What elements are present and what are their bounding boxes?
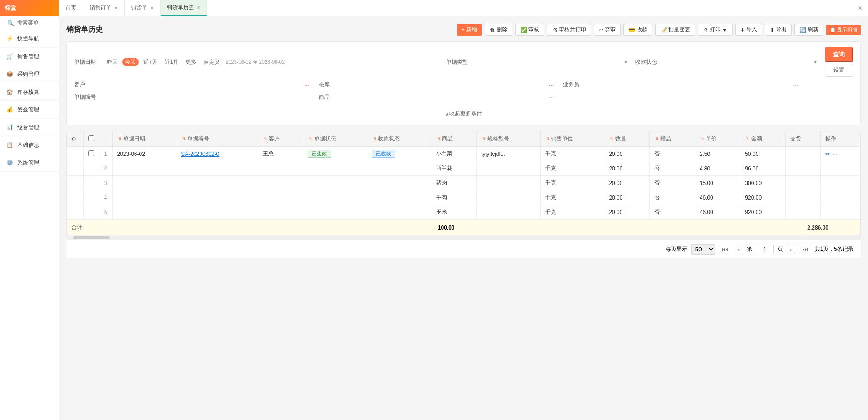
row-doc-no[interactable] <box>176 176 258 190</box>
settings-gear-header[interactable]: ⚙ <box>67 131 83 147</box>
sidebar-item-operations[interactable]: 📊 经营管理 <box>0 119 59 136</box>
sidebar-item-inventory[interactable]: 🏠 库存核算 <box>0 83 59 101</box>
collect-icon: 💳 <box>628 27 635 33</box>
import-button[interactable]: ⬇ 导入 <box>735 24 762 36</box>
date-btn-today[interactable]: 今天 <box>122 58 139 66</box>
col-qty-header[interactable]: ⇅ 数量 <box>604 131 650 147</box>
row-doc-status <box>303 161 367 176</box>
row-amount: 50.00 <box>740 147 786 161</box>
table-row: 5玉米千克20.00否46.00920.00 <box>67 205 860 220</box>
col-docstatus-header[interactable]: ⇅ 单据状态 <box>303 131 367 147</box>
row-checkbox-cell[interactable] <box>83 161 99 176</box>
col-gift-header[interactable]: ⇅ 赠品 <box>650 131 695 147</box>
sidebar-item-finance[interactable]: 💰 资金管理 <box>0 101 59 119</box>
query-button[interactable]: 查询 <box>825 47 853 62</box>
print-button[interactable]: 🖨 打印 ▼ <box>698 24 733 36</box>
refresh-label: 刷新 <box>808 26 818 34</box>
sidebar-item-sales-mgmt[interactable]: 🛒 销售管理 <box>0 48 59 65</box>
add-button[interactable]: + 新增 <box>457 24 482 36</box>
row-number: 1 <box>99 147 112 161</box>
row-doc-no[interactable] <box>176 205 258 220</box>
tab-sales-history[interactable]: 销货单历史 ✕ <box>161 0 207 16</box>
sidebar-item-purchase-mgmt[interactable]: 📦 采购管理 <box>0 65 59 83</box>
col-date-header[interactable]: ⇅ 单据日期 <box>112 131 176 147</box>
prev-page-button[interactable]: ‹ <box>735 245 743 254</box>
collect-status-dropdown-icon[interactable]: ▼ <box>813 60 818 65</box>
col-unitprice-header[interactable]: ⇅ 单价 <box>695 131 740 147</box>
doc-type-dropdown-icon[interactable]: ▼ <box>623 60 628 65</box>
scroll-thumb[interactable] <box>73 236 110 239</box>
row-checkbox[interactable] <box>88 150 94 156</box>
collapse-button[interactable]: ∧ 收起更多条件 <box>74 108 853 120</box>
checkbox-header[interactable] <box>83 131 99 147</box>
edit-icon[interactable]: ✏ <box>825 150 830 157</box>
filter-settings-button[interactable]: 设置 <box>825 64 853 77</box>
batch-change-button[interactable]: 📝 批量变更 <box>655 24 695 36</box>
row-checkbox-cell[interactable] <box>83 190 99 205</box>
customer-dots-button[interactable]: ··· <box>302 81 311 89</box>
date-btn-yesterday[interactable]: 昨天 <box>104 58 120 66</box>
warehouse-input[interactable] <box>349 80 544 89</box>
col-amount-header[interactable]: ⇅ 金额 <box>740 131 786 147</box>
page-number-input[interactable] <box>756 245 774 254</box>
sidebar-item-quick-nav[interactable]: ⚡ 快捷导航 <box>0 30 59 48</box>
sidebar-logo: 标堂 <box>0 0 59 16</box>
sidebar-item-sys-mgmt[interactable]: ⚙️ 系统管理 <box>0 154 59 172</box>
audit-button[interactable]: ✅ 审核 <box>515 24 544 36</box>
row-unit-price: 4.80 <box>695 161 740 176</box>
tab-close-icon[interactable]: ✕ <box>197 5 201 10</box>
refresh-button[interactable]: 🔄 刷新 <box>794 24 823 36</box>
col-customer-header[interactable]: ⇅ 客户 <box>258 131 303 147</box>
warehouse-dots-button[interactable]: ··· <box>547 81 556 89</box>
audit-print-button[interactable]: 🖨 审核并打印 <box>547 24 591 36</box>
tab-home[interactable]: 首页 <box>59 0 83 16</box>
next-page-button[interactable]: › <box>787 245 795 254</box>
select-all-checkbox[interactable] <box>88 135 94 141</box>
staff-dots-button[interactable]: ··· <box>791 81 800 89</box>
first-page-button[interactable]: ⏮ <box>719 245 731 254</box>
last-page-button[interactable]: ⏭ <box>799 245 811 254</box>
date-btn-7days[interactable]: 近7天 <box>140 58 160 66</box>
sidebar-item-basic-info[interactable]: 📋 基础信息 <box>0 136 59 154</box>
col-spec-header[interactable]: ⇅ 规格型号 <box>477 131 541 147</box>
doc-type-label: 单据类型 <box>446 58 473 66</box>
tab-close-icon[interactable]: ✕ <box>150 5 154 10</box>
doc-no-link[interactable]: SA-20230602-0 <box>181 151 219 157</box>
collect-button[interactable]: 💳 收款 <box>623 24 652 36</box>
tab-close-icon[interactable]: ✕ <box>114 5 118 10</box>
row-checkbox-cell[interactable] <box>83 205 99 220</box>
col-goods-header[interactable]: ⇅ 商品 <box>431 131 477 147</box>
row-checkbox-cell[interactable] <box>83 176 99 190</box>
tab-sales-goods[interactable]: 销货单 ✕ <box>125 0 161 16</box>
staff-input[interactable] <box>593 80 788 89</box>
date-btn-more[interactable]: 更多 <box>183 58 199 66</box>
export-button[interactable]: ⬆ 导出 <box>765 24 792 36</box>
goods-dots-button[interactable]: ··· <box>547 94 556 101</box>
col-collectstatus-header[interactable]: ⇅ 收款状态 <box>367 131 431 147</box>
row-checkbox-cell[interactable] <box>83 147 99 161</box>
sidebar-search-menu[interactable]: 🔍 搜索菜单 <box>0 16 59 30</box>
more-action-icon[interactable]: ⋯ <box>833 150 839 157</box>
horizontal-scrollbar[interactable] <box>67 235 860 240</box>
col-docno-header[interactable]: ⇅ 单据编号 <box>176 131 258 147</box>
row-doc-no[interactable] <box>176 190 258 205</box>
delete-button[interactable]: 🗑 删除 <box>485 24 512 36</box>
doc-type-input[interactable] <box>476 58 621 66</box>
tab-close-all[interactable]: ✕ <box>853 5 868 11</box>
customer-input[interactable] <box>104 80 300 89</box>
display-detail-button[interactable]: 📋 显示明细 <box>826 25 861 35</box>
row-doc-no[interactable] <box>176 161 258 176</box>
row-settings-cell <box>67 176 83 190</box>
collect-status-input[interactable] <box>665 58 810 66</box>
row-amount: 920.00 <box>740 190 786 205</box>
col-unit-header[interactable]: ⇅ 销售单位 <box>540 131 604 147</box>
goods-input[interactable] <box>349 93 544 101</box>
row-doc-no[interactable]: SA-20230602-0 <box>176 147 258 161</box>
page-size-select[interactable]: 50 100 200 <box>691 244 715 255</box>
sort-icon: ⇅ <box>546 136 550 141</box>
date-btn-1month[interactable]: 近1月 <box>162 58 181 66</box>
abandon-button[interactable]: ↩ 弃审 <box>594 24 621 36</box>
doc-no-input[interactable] <box>104 93 311 101</box>
date-btn-custom[interactable]: 自定义 <box>201 58 223 66</box>
tab-sales-order[interactable]: 销售订单 ✕ <box>83 0 125 16</box>
